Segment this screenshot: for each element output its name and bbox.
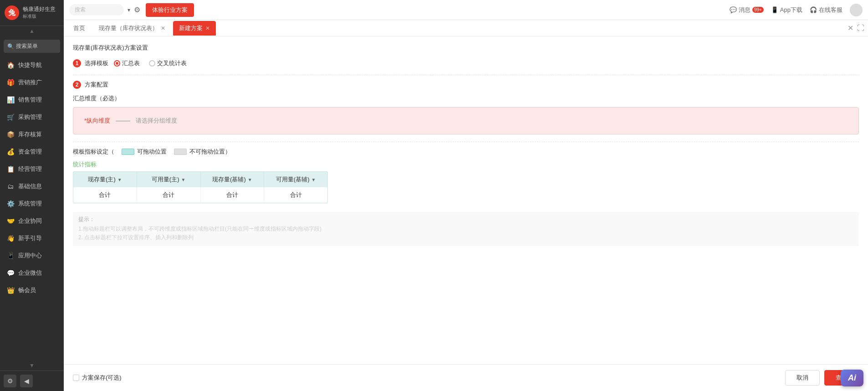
message-badge: 99+ xyxy=(752,7,764,13)
sidebar-scroll-down[interactable]: ▼ xyxy=(0,360,64,370)
col-header-2-label: 可用量(主) xyxy=(152,175,179,184)
settings-button[interactable]: ⚙ xyxy=(4,375,16,387)
template-radio-group: 汇总表 交叉统计表 xyxy=(114,59,187,67)
wave-icon: 👋 xyxy=(6,235,15,242)
sidebar-item-basic-info[interactable]: 🗂 基础信息 xyxy=(0,178,64,195)
ai-floating-button[interactable]: Ai xyxy=(841,370,863,386)
main-area: 搜索 ▾ ⚙ 体验行业方案 💬 消息 99+ 📱 App下载 🎧 在线客服 首页 xyxy=(64,0,868,391)
tabbar-right: ✕ ⛶ xyxy=(848,24,864,32)
radio-cross[interactable]: 交叉统计表 xyxy=(149,59,187,67)
save-label: 方案保存(可选) xyxy=(82,374,122,382)
clipboard-icon: 📋 xyxy=(6,165,15,173)
page-title: 现存量(库存状况表)方案设置 xyxy=(73,44,859,52)
sidebar-item-marketing[interactable]: 🎁 营销推广 xyxy=(0,74,64,91)
user-avatar[interactable] xyxy=(850,4,863,16)
tips-title: 提示： xyxy=(78,216,853,223)
section1-header: 1 选择模板 汇总表 交叉统计表 xyxy=(73,59,859,67)
tab-home[interactable]: 首页 xyxy=(67,21,91,36)
tab-new-scheme-close-icon[interactable]: ✕ xyxy=(205,25,210,31)
col-header-3-label: 现存量(基辅) xyxy=(212,175,246,184)
summary-dimension-label: 汇总维度（必选） xyxy=(73,94,859,103)
sidebar-nav: 🔍 搜索菜单 🏠 快捷导航 🎁 营销推广 📊 销售管理 🛒 采购管理 📦 库存核… xyxy=(0,36,64,360)
sidebar-item-purchase[interactable]: 🛒 采购管理 xyxy=(0,108,64,126)
app-download-button[interactable]: 📱 App下载 xyxy=(771,6,802,14)
sidebar-item-enterprise[interactable]: 🤝 企业协同 xyxy=(0,212,64,230)
tab-new-scheme-label: 新建方案 xyxy=(179,24,203,32)
section2-number: 2 xyxy=(73,81,81,89)
sidebar-search[interactable]: 🔍 搜索菜单 xyxy=(4,40,60,53)
radio-cross-circle xyxy=(149,60,155,67)
sidebar-item-enterprise-wechat[interactable]: 💬 企业微信 xyxy=(0,264,64,282)
app-logo-text: 畅康通好生意 标准版 xyxy=(23,6,56,20)
sidebar-item-label: 营销推广 xyxy=(18,78,42,87)
sidebar-item-inventory[interactable]: 📦 库存核算 xyxy=(0,126,64,143)
col-header-3[interactable]: 现存量(基辅) ▼ xyxy=(201,172,265,187)
dimension-box[interactable]: *纵向维度 —— 请选择分组维度 xyxy=(73,107,859,134)
crown-icon: 👑 xyxy=(6,287,15,294)
section2-header: 2 方案配置 xyxy=(73,81,859,89)
gear-icon: ⚙️ xyxy=(6,200,15,207)
col-header-2[interactable]: 可用量(主) ▼ xyxy=(137,172,201,187)
col-header-1-label: 现存量(主) xyxy=(88,175,116,184)
radio-summary[interactable]: 汇总表 xyxy=(114,59,140,67)
tips-box: 提示： 1.拖动标题栏可以调整布局，不可跨维度或指标区域拖动栏目(只能在同一维度… xyxy=(73,212,859,246)
topbar-dropdown[interactable]: ▾ xyxy=(128,7,130,13)
tab-close-all-button[interactable]: ✕ xyxy=(848,24,853,32)
col-header-1[interactable]: 现存量(主) ▼ xyxy=(73,172,137,187)
draggable-indicator-box xyxy=(122,149,134,155)
col-header-3-chevron: ▼ xyxy=(248,177,252,182)
sidebar-item-operations[interactable]: 📋 经营管理 xyxy=(0,160,64,178)
trial-button[interactable]: 体验行业方案 xyxy=(146,3,194,17)
tips-item-2: 2. 点击标题栏下拉可设置排序、插入列和删除列 xyxy=(78,234,853,242)
sidebar-item-sales[interactable]: 📊 销售管理 xyxy=(0,91,64,108)
sidebar-item-label: 应用中心 xyxy=(18,252,42,260)
sidebar-item-finance[interactable]: 💰 资金管理 xyxy=(0,143,64,160)
indicator-non-draggable: 不可拖动位置） xyxy=(174,148,231,156)
message-icon: 💬 xyxy=(730,6,737,13)
collapse-button[interactable]: ◀ xyxy=(20,375,33,387)
tab-inventory-close-icon[interactable]: ✕ xyxy=(161,25,165,31)
message-label: 消息 xyxy=(739,6,751,14)
wechat-icon: 💬 xyxy=(6,269,15,277)
section-config: 2 方案配置 汇总维度（必选） *纵向维度 —— 请选择分组维度 xyxy=(73,81,859,246)
money-icon: 💰 xyxy=(6,148,15,155)
handshake-icon: 🤝 xyxy=(6,217,15,225)
sidebar-item-quick-nav[interactable]: 🏠 快捷导航 xyxy=(0,57,64,74)
sidebar-item-new-guide[interactable]: 👋 新手引导 xyxy=(0,230,64,247)
tab-home-label: 首页 xyxy=(73,24,85,32)
col-header-4[interactable]: 可用量(基辅) ▼ xyxy=(264,172,327,187)
tab-inventory-status[interactable]: 现存量（库存状况表） ✕ xyxy=(93,21,171,36)
content-inner: 现存量(库存状况表)方案设置 1 选择模板 汇总表 xyxy=(64,36,868,364)
online-service-button[interactable]: 🎧 在线客服 xyxy=(810,6,842,14)
stats-table-body: 合计 合计 合计 合计 xyxy=(73,187,327,203)
topbar-search-placeholder: 搜索 xyxy=(75,6,86,13)
phone-icon: 📱 xyxy=(771,6,778,13)
tab-expand-button[interactable]: ⛶ xyxy=(857,24,864,32)
cart-icon: 🛒 xyxy=(6,113,15,121)
app-logo-icon: 兔 xyxy=(5,5,19,20)
radio-cross-label: 交叉统计表 xyxy=(157,59,187,67)
cancel-button[interactable]: 取消 xyxy=(785,370,820,386)
sidebar-item-label: 快捷导航 xyxy=(18,61,42,69)
sidebar-item-vip[interactable]: 👑 畅会员 xyxy=(0,282,64,299)
topbar-gear-icon[interactable]: ⚙ xyxy=(134,5,140,14)
message-button[interactable]: 💬 消息 99+ xyxy=(730,6,764,14)
save-checkbox[interactable] xyxy=(73,375,79,381)
save-checkbox-label[interactable]: 方案保存(可选) xyxy=(73,374,122,382)
sidebar-item-label: 库存核算 xyxy=(18,130,42,139)
info-icon: 🗂 xyxy=(6,183,15,190)
template-indicators-label: 模板指标设定（ xyxy=(73,148,114,156)
tab-new-scheme[interactable]: 新建方案 ✕ xyxy=(173,21,216,36)
section2-title: 方案配置 xyxy=(85,81,108,89)
sidebar-item-label: 基础信息 xyxy=(18,182,42,190)
sidebar-item-label: 采购管理 xyxy=(18,113,42,121)
sidebar-item-system[interactable]: ⚙️ 系统管理 xyxy=(0,195,64,212)
headset-icon: 🎧 xyxy=(810,6,817,13)
cell-1-3: 合计 xyxy=(201,187,265,203)
sidebar-scroll-up[interactable]: ▲ xyxy=(0,26,64,36)
sidebar-logo: 兔 畅康通好生意 标准版 xyxy=(0,0,64,26)
search-icon: 🔍 xyxy=(7,43,14,50)
sidebar-item-app-center[interactable]: 📱 应用中心 xyxy=(0,247,64,264)
section1-number: 1 xyxy=(73,59,81,67)
box-icon: 📦 xyxy=(6,131,15,138)
